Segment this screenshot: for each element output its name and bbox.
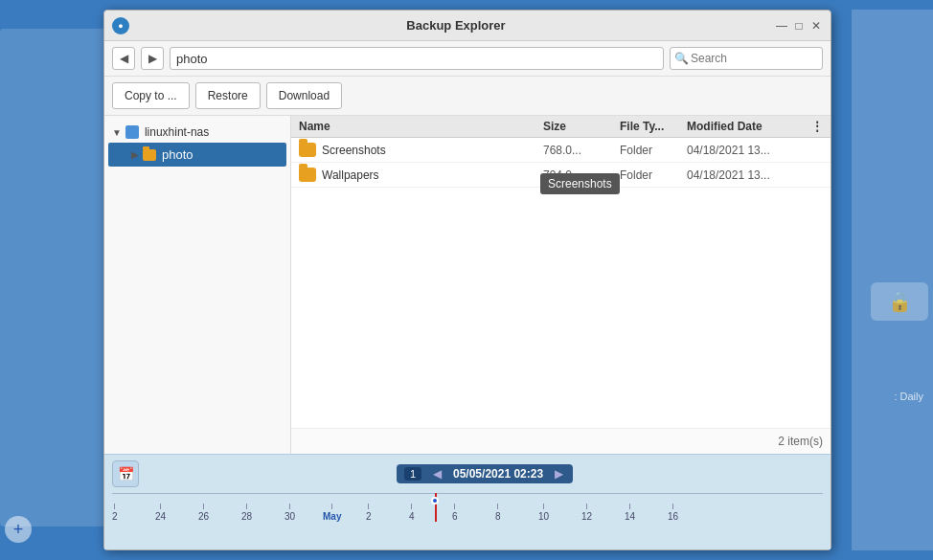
search-input[interactable] xyxy=(691,52,806,65)
timeline-index: 1 xyxy=(404,467,421,481)
folder-icon-small xyxy=(143,149,156,161)
sidebar-folder-item[interactable]: ▶ photo xyxy=(108,143,286,167)
sidebar-server-item[interactable]: ▼ linuxhint-nas xyxy=(104,122,290,143)
tick-2: 2 xyxy=(112,504,118,522)
calendar-icon: 📅 xyxy=(118,466,134,482)
calendar-button[interactable]: 📅 xyxy=(112,460,139,487)
daily-label: : Daily xyxy=(894,391,923,402)
timeline-nav: 1 ◀ 05/05/2021 02:23 ▶ xyxy=(397,464,573,483)
file-list-header: Name Size File Ty... Modified Date ⋮ xyxy=(291,116,831,138)
window-title: Backup Explorer xyxy=(137,18,775,33)
action-bar: Copy to ... Restore Download xyxy=(104,77,831,116)
content-area: ▼ linuxhint-nas ▶ photo Name Size File T… xyxy=(104,116,831,454)
file-name-cell: Screenshots xyxy=(291,143,543,157)
tick-may8: 8 xyxy=(495,504,501,522)
collapse-arrow-icon: ▼ xyxy=(112,127,122,138)
file-list-area: Name Size File Ty... Modified Date ⋮ Scr… xyxy=(291,116,831,454)
tick-26: 26 xyxy=(198,504,209,522)
file-type: Folder xyxy=(620,168,687,182)
timeline-scale: 2 24 26 28 30 May 2 4 6 8 10 12 14 16 xyxy=(112,493,823,522)
timeline-prev-button[interactable]: ◀ xyxy=(431,467,444,481)
download-button[interactable]: Download xyxy=(266,82,342,109)
column-type[interactable]: File Ty... xyxy=(620,120,687,133)
file-name: Screenshots xyxy=(322,144,386,157)
app-icon: ● xyxy=(112,17,129,34)
folder-expand-arrow-icon: ▶ xyxy=(131,149,139,160)
tick-may6: 6 xyxy=(452,504,458,522)
tick-may16: 16 xyxy=(668,504,678,522)
forward-button[interactable]: ▶ xyxy=(141,47,164,70)
file-name: Wallpapers xyxy=(322,168,379,182)
server-name: linuxhint-nas xyxy=(145,125,209,139)
column-date[interactable]: Modified Date xyxy=(687,120,811,133)
folder-name: photo xyxy=(162,147,193,162)
tick-may14: 14 xyxy=(625,504,635,522)
close-button[interactable]: ✕ xyxy=(809,19,823,33)
server-icon xyxy=(125,125,139,139)
file-list: Screenshots 768.0... Folder 04/18/2021 1… xyxy=(291,138,831,428)
file-size: 768.0... xyxy=(543,144,620,157)
copy-to-button[interactable]: Copy to ... xyxy=(112,82,190,109)
column-size[interactable]: Size xyxy=(543,120,620,133)
tick-may12: 12 xyxy=(581,504,592,522)
timeline-area: 📅 1 ◀ 05/05/2021 02:23 ▶ 2 24 26 28 30 M… xyxy=(104,454,831,549)
title-bar: ● Backup Explorer — □ ✕ xyxy=(104,11,831,41)
sidebar: ▼ linuxhint-nas ▶ photo xyxy=(104,116,291,454)
window-controls: — □ ✕ xyxy=(775,19,823,33)
main-window: ● Backup Explorer — □ ✕ ◀ ▶ 🔍 Copy to ..… xyxy=(103,10,831,550)
lock-icon: 🔒 xyxy=(871,282,928,321)
minimize-button[interactable]: — xyxy=(775,19,788,33)
timeline-track[interactable]: 2 24 26 28 30 May 2 4 6 8 10 12 14 16 xyxy=(104,493,831,549)
timeline-date: 05/05/2021 02:23 xyxy=(447,467,549,481)
search-icon: 🔍 xyxy=(674,52,689,65)
file-date: 04/18/2021 13... xyxy=(687,168,811,182)
tick-30: 30 xyxy=(284,504,295,522)
tick-may: May xyxy=(323,504,341,522)
column-more[interactable]: ⋮ xyxy=(811,120,831,133)
folder-icon xyxy=(299,168,316,182)
file-size: 794.0... xyxy=(543,168,620,182)
timeline-next-button[interactable]: ▶ xyxy=(553,467,565,481)
file-name-cell: Wallpapers xyxy=(291,168,543,182)
table-row[interactable]: Screenshots 768.0... Folder 04/18/2021 1… xyxy=(291,138,831,163)
nav-toolbar: ◀ ▶ 🔍 xyxy=(104,41,831,77)
maximize-button[interactable]: □ xyxy=(792,19,806,33)
search-box: 🔍 xyxy=(670,47,823,70)
item-count: 2 item(s) xyxy=(291,428,831,454)
tick-may2: 2 xyxy=(366,504,372,522)
back-button[interactable]: ◀ xyxy=(112,47,135,70)
tick-may4: 4 xyxy=(409,504,415,522)
add-button[interactable]: + xyxy=(5,516,32,543)
file-date: 04/18/2021 13... xyxy=(687,144,811,157)
timeline-dot xyxy=(431,497,439,504)
table-row[interactable]: Wallpapers 794.0... Folder 04/18/2021 13… xyxy=(291,163,831,188)
file-type: Folder xyxy=(620,144,687,157)
tick-may10: 10 xyxy=(538,504,549,522)
folder-icon xyxy=(299,143,316,157)
column-name[interactable]: Name xyxy=(291,120,543,133)
path-input[interactable] xyxy=(170,47,664,70)
timeline-controls: 📅 1 ◀ 05/05/2021 02:23 ▶ xyxy=(104,455,831,493)
restore-button[interactable]: Restore xyxy=(195,82,261,109)
tick-24: 24 xyxy=(155,504,166,522)
tick-28: 28 xyxy=(241,504,252,522)
